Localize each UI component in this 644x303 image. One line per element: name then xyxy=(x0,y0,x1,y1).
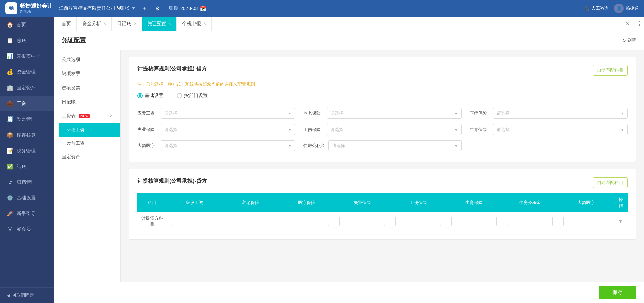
tab-close-all-button[interactable]: ✕ xyxy=(624,19,631,28)
cell-housing-fund[interactable] xyxy=(502,212,558,231)
tax-icon: 📝 xyxy=(7,148,13,154)
service-label: 人工咨询 xyxy=(591,5,609,11)
sidebar-item-home[interactable]: 🏠 首页 xyxy=(0,17,54,33)
salary-icon: 💼 xyxy=(7,100,13,107)
service-button[interactable]: 🎧 人工咨询 xyxy=(585,5,609,11)
inventory-icon: 📦 xyxy=(7,132,13,138)
nav-label-journal: 日记账 xyxy=(62,99,76,105)
select-big-medical[interactable]: 请选择 ▼ xyxy=(161,140,295,151)
tab-tax[interactable]: 个税申报 × xyxy=(177,17,212,31)
input-big-medical[interactable] xyxy=(563,217,609,226)
select-medical[interactable]: 请选择 ▼ xyxy=(493,108,628,119)
logo-icon: 畅 xyxy=(5,2,17,14)
input-gross-salary[interactable] xyxy=(172,217,218,226)
input-unemployment[interactable] xyxy=(339,217,385,226)
select-gross-salary[interactable]: 请选择 ▼ xyxy=(161,108,295,119)
nav-item-fixed-asset[interactable]: 固定资产 xyxy=(54,150,120,164)
nav-item-payroll-calc[interactable]: 计提工资 xyxy=(59,123,120,137)
sidebar-item-tax[interactable]: 📝 税务管理 xyxy=(0,143,54,159)
sidebar-item-ledger[interactable]: 📋 总账 xyxy=(0,33,54,48)
credit-auto-match-button[interactable]: 自动匹配科目 xyxy=(593,177,628,188)
sidebar-item-fixed-assets[interactable]: 🏢 固定资产 xyxy=(0,80,54,96)
select-housing-fund[interactable]: 请选择 ▼ xyxy=(328,140,461,151)
sidebar-unpin-button[interactable]: ◀ ◀取消固定 xyxy=(0,287,54,303)
tab-voucher-close[interactable]: × xyxy=(169,21,171,26)
add-button[interactable]: + xyxy=(140,4,149,13)
tab-home[interactable]: 首页 xyxy=(56,17,77,31)
radio-dept-circle xyxy=(177,93,182,98)
nav-item-journal[interactable]: 日记账 xyxy=(54,95,120,109)
guide-icon: 🚀 xyxy=(7,210,13,217)
sidebar-item-vip[interactable]: V 畅会员 xyxy=(0,221,54,237)
company-select[interactable]: 江西服宝精品有限责任公司内账张 ▼ xyxy=(59,5,136,11)
fixed-assets-icon: 🏢 xyxy=(7,85,13,91)
debit-note: 注：只能选择一种方式，系统将按照您当前的选择来配置规则 xyxy=(137,81,628,87)
delete-row-button[interactable]: 🗑 xyxy=(618,218,623,224)
input-maternity[interactable] xyxy=(451,217,497,226)
cell-action: 🗑 xyxy=(614,212,628,231)
input-pension[interactable] xyxy=(228,217,273,226)
cell-big-medical[interactable] xyxy=(558,212,614,231)
input-housing-fund[interactable] xyxy=(507,217,553,226)
cell-unemployment[interactable] xyxy=(334,212,390,231)
debit-auto-match-button[interactable]: 自动匹配科目 xyxy=(593,65,628,76)
sidebar-item-salary[interactable]: 💼 工资 xyxy=(0,96,54,111)
calendar-icon[interactable]: 📅 xyxy=(200,5,206,12)
select-pension[interactable]: 请选择 ▼ xyxy=(327,108,461,119)
label-work-injury: 工伤保险 xyxy=(303,127,323,133)
radio-dept[interactable]: 按部门设置 xyxy=(177,93,208,99)
cell-gross-salary[interactable] xyxy=(167,212,223,231)
input-work-injury[interactable] xyxy=(395,217,441,226)
tab-capital[interactable]: 资金分析 × xyxy=(77,17,112,31)
tab-journal-close[interactable]: × xyxy=(134,21,136,26)
nav-item-sales-invoice[interactable]: 销项发票 xyxy=(54,67,120,81)
select-work-injury[interactable]: 请选择 ▼ xyxy=(327,124,461,135)
sidebar-item-guide[interactable]: 🚀 新手引导 xyxy=(0,206,54,221)
placeholder-medical: 请选择 xyxy=(497,110,510,116)
tab-journal[interactable]: 日记账 × xyxy=(112,17,142,31)
checkout-icon: ✅ xyxy=(7,163,13,170)
nav-item-purchase-invoice[interactable]: 进项发票 xyxy=(54,81,120,95)
label-gross-salary: 应发工资 xyxy=(137,110,157,116)
nav-item-payroll-pay[interactable]: 发放工资 xyxy=(59,137,120,150)
new-badge: NEW xyxy=(79,114,90,118)
cell-pension[interactable] xyxy=(223,212,279,231)
sidebar-label-ledger: 总账 xyxy=(17,38,26,44)
sidebar-label-archive: 归档管理 xyxy=(17,179,36,185)
sidebar-item-inventory[interactable]: 📦 库存核算 xyxy=(0,127,54,143)
nav-item-payroll-table[interactable]: 工资表 NEW ∨ xyxy=(54,109,120,123)
arrow-big-medical: ▼ xyxy=(288,144,291,148)
app-name: 畅捷通好会计 xyxy=(20,3,52,9)
sidebar-item-settings[interactable]: ⚙️ 基础设置 xyxy=(0,190,54,206)
tab-expand-button[interactable]: ⛶ xyxy=(633,19,641,28)
cell-medical[interactable] xyxy=(278,212,334,231)
user-area[interactable]: 👤 畅捷通 xyxy=(614,4,639,13)
select-unemployment[interactable]: 请选择 ▼ xyxy=(161,124,295,135)
col-pension: 养老保险 xyxy=(223,193,279,212)
archive-icon: 🗂 xyxy=(7,179,13,185)
label-medical: 医疗保险 xyxy=(470,110,490,116)
gear-icon[interactable]: ⚙ xyxy=(153,4,162,13)
select-maternity[interactable]: 请选择 ▼ xyxy=(493,124,628,135)
debit-section: 计提核算规则(公司承担)-借方 自动匹配科目 注：只能选择一种方式，系统将按照您… xyxy=(129,57,636,162)
save-button[interactable]: 保存 xyxy=(599,286,636,299)
cell-maternity[interactable] xyxy=(446,212,502,231)
nav-item-public[interactable]: 公共选项 xyxy=(54,53,120,67)
sidebar-item-invoice[interactable]: 🧾 发票管理 xyxy=(0,111,54,127)
sidebar-label-fixed-assets: 固定资产 xyxy=(17,85,36,91)
radio-basic-label: 基础设置 xyxy=(145,93,163,99)
tab-tax-close[interactable]: × xyxy=(204,21,206,26)
tab-voucher[interactable]: 凭证配置 × xyxy=(142,17,177,31)
page-title: 凭证配置 xyxy=(62,36,86,44)
sidebar-item-archive[interactable]: 🗂 归档管理 xyxy=(0,174,54,190)
sidebar-label-guide: 新手引导 xyxy=(17,211,36,217)
tab-capital-close[interactable]: × xyxy=(104,21,106,26)
radio-basic[interactable]: 基础设置 xyxy=(137,93,163,99)
sidebar-item-capital[interactable]: 💰 资金管理 xyxy=(0,64,54,80)
input-medical[interactable] xyxy=(284,217,329,226)
sidebar-item-reports[interactable]: 📊 云报表中心 xyxy=(0,48,54,64)
nav-label-payroll-pay: 发放工资 xyxy=(67,140,85,146)
sidebar-item-checkout[interactable]: ✅ 结账 xyxy=(0,159,54,174)
refresh-button[interactable]: ↻ 刷新 xyxy=(622,37,636,43)
cell-work-injury[interactable] xyxy=(390,212,446,231)
